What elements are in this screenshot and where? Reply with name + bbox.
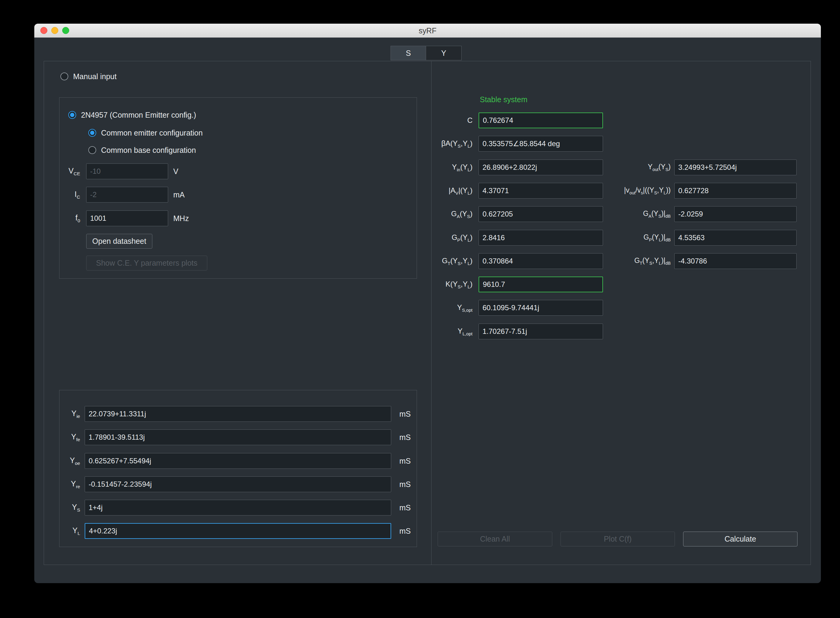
k-label: K(YS,YL) [432, 280, 472, 289]
c-row: C [432, 113, 603, 128]
open-datasheet-button[interactable]: Open datasheet [86, 234, 152, 249]
ga-db-row: GA(YS)|dB [604, 206, 797, 222]
yie-input[interactable] [85, 406, 391, 422]
ys-input[interactable] [85, 500, 391, 515]
vout-vs-row: |vout/vs|((YS,YL)) [604, 183, 797, 199]
tab-y[interactable]: Y [426, 46, 462, 60]
yoe-label: Yoe [60, 456, 80, 466]
calculate-button[interactable]: Calculate [683, 532, 798, 547]
yfe-input[interactable] [85, 429, 391, 445]
yie-row: Yie mS [60, 406, 417, 422]
yre-input[interactable] [85, 476, 391, 492]
c-field[interactable] [478, 113, 603, 128]
ys-opt-row: YS,opt [432, 300, 603, 316]
k-row: K(YS,YL) [432, 276, 603, 292]
yout-field[interactable] [674, 159, 797, 175]
gt-field[interactable] [478, 253, 603, 269]
ic-input[interactable] [86, 187, 168, 202]
y-parameters-group: Yie mS Yfe mS Yoe mS Yre mS [59, 390, 417, 547]
common-emitter-radio[interactable]: Common emitter configuration [88, 129, 203, 137]
f0-input[interactable] [86, 211, 168, 226]
stability-status: Stable system [480, 95, 527, 104]
vce-input[interactable] [86, 163, 168, 179]
ys-opt-label: YS,opt [432, 303, 472, 313]
radio-checked-icon [88, 129, 96, 137]
manual-input-label: Manual input [73, 72, 116, 81]
common-emitter-label: Common emitter configuration [101, 129, 203, 137]
gt-db-field[interactable] [674, 253, 797, 269]
app-window: syRF S Y Manual input 2N4957 (Common Emi… [34, 24, 821, 583]
yfe-row: Yfe mS [60, 429, 417, 445]
gt-db-label: GT(YS,YL)|dB [604, 257, 671, 266]
show-ce-y-plots-button[interactable]: Show C.E. Y parameters plots [86, 256, 207, 270]
beta-a-label: βA(YS,YL) [432, 139, 472, 149]
yin-label: Yin(YL) [432, 163, 472, 172]
tab-bar: S Y [390, 46, 462, 60]
yie-label: Yie [60, 409, 80, 419]
ga-db-label: GA(YS)|dB [604, 209, 671, 218]
ga-db-field[interactable] [674, 206, 797, 222]
yout-row: Yout(YS) [604, 159, 797, 175]
c-label: C [432, 116, 472, 125]
yoe-input[interactable] [85, 453, 391, 469]
yl-unit: mS [399, 527, 411, 536]
gt-row: GT(YS,YL) [432, 253, 603, 269]
yre-unit: mS [399, 480, 411, 489]
pane-divider [431, 61, 432, 565]
yoe-unit: mS [399, 457, 411, 465]
ys-row: YS mS [60, 500, 417, 515]
yl-opt-field[interactable] [478, 324, 603, 339]
manual-input-radio[interactable]: Manual input [60, 72, 116, 81]
gp-db-field[interactable] [674, 230, 797, 246]
av-row: |AV|(YL) [432, 183, 603, 199]
av-field[interactable] [478, 183, 603, 199]
gp-row: GP(YL) [432, 230, 603, 246]
yre-label: Yre [60, 480, 80, 489]
ic-label: IC [60, 190, 80, 200]
common-base-radio[interactable]: Common base configuration [88, 146, 196, 154]
av-label: |AV|(YL) [432, 186, 472, 196]
main-panel: Manual input 2N4957 (Common Emitter conf… [44, 61, 811, 565]
radio-unchecked-icon [60, 73, 68, 80]
desktop-background: syRF S Y Manual input 2N4957 (Common Emi… [0, 0, 840, 618]
yin-row: Yin(YL) [432, 159, 603, 175]
vce-row: VCE V [60, 163, 417, 179]
ys-opt-field[interactable] [478, 300, 603, 316]
yoe-row: Yoe mS [60, 453, 417, 469]
yl-opt-label: YL,opt [432, 327, 472, 336]
gp-db-row: GP(YL)|dB [604, 230, 797, 246]
beta-a-row: βA(YS,YL) [432, 136, 603, 152]
gp-label: GP(YL) [432, 233, 472, 242]
yre-row: Yre mS [60, 476, 417, 492]
vce-unit: V [173, 167, 179, 176]
yl-label: YL [60, 526, 80, 536]
vce-label: VCE [60, 166, 80, 177]
window-title: syRF [34, 24, 821, 38]
vout-vs-label: |vout/vs|((YS,YL)) [604, 186, 671, 195]
gp-db-label: GP(YL)|dB [604, 233, 671, 242]
clean-all-button[interactable]: Clean All [438, 532, 552, 547]
f0-label: f0 [60, 214, 80, 223]
ic-row: IC mA [60, 187, 417, 202]
gt-db-row: GT(YS,YL)|dB [604, 253, 797, 269]
transistor-group: 2N4957 (Common Emitter config.) Common e… [59, 97, 417, 279]
yl-row: YL mS [60, 523, 417, 539]
yie-unit: mS [399, 410, 411, 419]
ys-label: YS [60, 503, 80, 513]
k-field[interactable] [478, 276, 603, 292]
ic-unit: mA [173, 190, 185, 199]
ga-label: GA(YS) [432, 209, 472, 219]
gp-field[interactable] [478, 230, 603, 246]
f0-unit: MHz [173, 214, 189, 223]
titlebar[interactable]: syRF [34, 24, 821, 38]
yl-input[interactable] [85, 523, 391, 539]
ga-field[interactable] [478, 206, 603, 222]
beta-a-field[interactable] [478, 136, 603, 152]
tab-s[interactable]: S [390, 46, 426, 60]
transistor-model-radio[interactable]: 2N4957 (Common Emitter config.) [68, 111, 196, 119]
plot-cf-button[interactable]: Plot C(f) [560, 532, 675, 547]
yin-field[interactable] [478, 159, 603, 175]
yfe-label: Yfe [60, 432, 80, 443]
vout-vs-field[interactable] [674, 183, 797, 199]
ga-row: GA(YS) [432, 206, 603, 222]
